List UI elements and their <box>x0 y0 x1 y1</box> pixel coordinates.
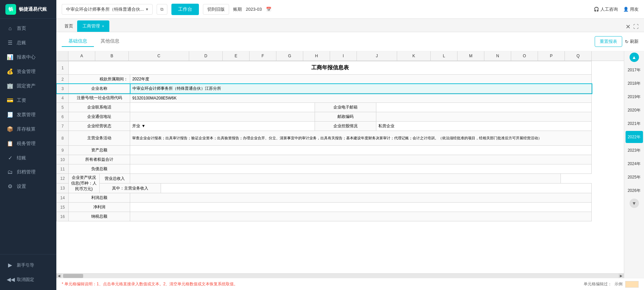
nav-label: 发票管理 <box>17 112 36 118</box>
row-number: 1 <box>57 61 69 75</box>
sidebar-item-结账[interactable]: ✓结账 <box>0 151 56 165</box>
year-item-2022年[interactable]: 2022年 <box>626 131 643 143</box>
cell-label: 企业通信地址 <box>69 112 130 122</box>
sidebar-item-税务管理[interactable]: 📋税务管理 <box>0 136 56 151</box>
refresh-label: 刷新 <box>630 39 639 45</box>
footer-item-新手引导[interactable]: ▶新手引导 <box>0 258 56 272</box>
calendar-icon[interactable]: 📅 <box>266 7 271 12</box>
sidebar-item-报表中心[interactable]: 📊报表中心 <box>0 50 56 64</box>
cell-label: 所有者权益合计 <box>69 155 130 164</box>
copy-button[interactable]: ⧉ <box>157 4 167 15</box>
nav-icon: ⚙ <box>7 183 13 190</box>
cell-value[interactable]: 审查企业会计报表；出具审计报告；验证企业资本；出具验资报告；办理企业合开、分立、… <box>130 131 592 146</box>
sample-label: 示例 <box>614 281 623 287</box>
cell-label: 利润总额 <box>69 193 130 203</box>
year-item-2019年[interactable]: 2019年 <box>626 91 643 103</box>
sidebar-item-归档管理[interactable]: 🗂归档管理 <box>0 165 56 179</box>
cell-value[interactable] <box>130 103 315 112</box>
col-header-row: ABCDEFGHIJKLMNOPQ <box>56 51 624 61</box>
cell-label: 资产总额 <box>69 146 130 155</box>
sidebar-item-资金管理[interactable]: 💰资金管理 <box>0 64 56 79</box>
row-number: 11 <box>57 164 69 174</box>
sidebar-item-首页[interactable]: ⌂首页 <box>0 21 56 35</box>
cell-value[interactable] <box>130 174 561 184</box>
year-item-2023年[interactable]: 2023年 <box>626 144 643 156</box>
active-tab[interactable]: 工商管理 × <box>77 20 109 32</box>
cell-value[interactable] <box>130 164 592 174</box>
col-header-H: H <box>303 51 330 61</box>
year-sidebar: ▲2017年2018年2019年2020年2021年2022年2023年2024… <box>624 51 644 278</box>
nav-icon: 💰 <box>7 68 13 75</box>
cell-value[interactable] <box>130 193 592 203</box>
table-scroll[interactable]: 1工商年报信息表2税款所属期间：2022年度3企业名称中审众环会计师事务所（特殊… <box>56 61 624 273</box>
nav-label: 归档管理 <box>17 169 36 175</box>
expand-window-icon[interactable]: ⛶ <box>633 24 639 30</box>
cell-value[interactable]: 开业 ▼ <box>130 122 315 131</box>
year-item-2026年[interactable]: 2026年 <box>626 185 643 197</box>
h-scroll-right-btn[interactable]: ▶ <box>619 274 624 278</box>
table-row: 5企业联系电话企业电子邮箱 <box>57 103 592 112</box>
main-content: 中审众环会计师事务所（特殊普通合伙... ▾ ⧉ 工作台 切到旧版 账期 202… <box>56 0 644 290</box>
page-content: 基础信息其他信息 重置报表 ↻ 刷新 ABCDEFGHIJKLMNOPQ 1工商… <box>56 32 644 290</box>
table-row: 14利润总额 <box>57 193 592 203</box>
nav-label: 固定资产 <box>17 83 36 89</box>
year-item-2017年[interactable]: 2017年 <box>626 64 643 76</box>
year-item-2018年[interactable]: 2018年 <box>626 77 643 89</box>
cell-right-value[interactable] <box>376 112 592 122</box>
h-scroll-track[interactable] <box>62 274 619 278</box>
cell-value[interactable] <box>130 155 592 164</box>
year-item-2024年[interactable]: 2024年 <box>626 158 643 170</box>
h-scroll-thumb[interactable] <box>63 274 83 278</box>
footer-item-取消固定[interactable]: ◀◀取消固定 <box>0 272 56 287</box>
page-header: 基础信息其他信息 重置报表 ↻ 刷新 <box>56 32 644 51</box>
refresh-button[interactable]: ↻ 刷新 <box>625 39 639 45</box>
year-item-2021年[interactable]: 2021年 <box>626 118 643 130</box>
switch-version-button[interactable]: 切到旧版 <box>203 4 229 15</box>
cell-label[interactable]: 企业名称 <box>69 84 130 93</box>
cell-right-value[interactable] <box>376 103 592 112</box>
home-tab[interactable]: 首页 <box>62 20 76 32</box>
nav-label: 库存核算 <box>17 126 36 132</box>
cell-value[interactable]: 91320100MA208E5W6K <box>130 93 592 103</box>
year-item-2020年[interactable]: 2020年 <box>626 104 643 116</box>
user-button[interactable]: 👤 用友 <box>623 6 639 12</box>
cell-value[interactable]: 2022年度 <box>130 75 592 84</box>
cell-value[interactable] <box>130 212 592 221</box>
workbench-button[interactable]: 工作台 <box>171 4 199 15</box>
sidebar-item-库存核算[interactable]: 📦库存核算 <box>0 122 56 136</box>
year-nav-down-button[interactable]: ▼ <box>630 199 639 208</box>
year-nav-up-button[interactable]: ▲ <box>630 53 639 62</box>
consult-button[interactable]: 🎧 人工咨询 <box>594 6 618 12</box>
cell-value[interactable] <box>130 146 592 155</box>
h-scrollbar[interactable]: ◀ ▶ <box>56 273 624 278</box>
cell-value[interactable]: 中审众环会计师事务所（特殊普通合伙）江苏分所 <box>130 84 592 93</box>
cell-value[interactable] <box>161 184 592 193</box>
table-row: 15净利润 <box>57 203 592 212</box>
sub-tab-基础信息[interactable]: 基础信息 <box>62 36 94 47</box>
logo-text: 畅捷通易代账 <box>19 6 47 12</box>
col-header-D: D <box>189 51 223 61</box>
close-window-icon[interactable]: ✕ <box>626 23 631 30</box>
tab-close-button[interactable]: × <box>102 24 104 28</box>
nav-icon: ⌂ <box>7 25 13 31</box>
sample-cell <box>625 281 639 288</box>
cell-label: 企业联系电话 <box>69 103 130 112</box>
year-item-2025年[interactable]: 2025年 <box>626 171 643 183</box>
h-scroll-left-btn[interactable]: ◀ <box>56 274 62 278</box>
sidebar-item-固定资产[interactable]: 🏢固定资产 <box>0 79 56 93</box>
col-header-Q: Q <box>565 51 592 61</box>
sidebar-item-设置[interactable]: ⚙设置 <box>0 179 56 194</box>
cell-value[interactable] <box>130 112 315 122</box>
cell-right-value[interactable]: 私营企业 <box>376 122 592 131</box>
nav-icon: 🗂 <box>7 169 13 175</box>
cell-value[interactable] <box>130 203 592 212</box>
sidebar-item-工资[interactable]: 💳工资 <box>0 93 56 107</box>
sidebar-item-总账[interactable]: ☰总账 <box>0 35 56 50</box>
cell-label: 负债总额 <box>69 164 130 174</box>
sub-tab-其他信息[interactable]: 其他信息 <box>94 36 126 47</box>
company-select[interactable]: 中审众环会计师事务所（特殊普通合伙... ▾ <box>62 4 153 15</box>
row-number: 10 <box>57 155 69 164</box>
nav-icon: 📊 <box>7 54 13 60</box>
sidebar-item-发票管理[interactable]: 🧾发票管理 <box>0 107 56 122</box>
reset-button[interactable]: 重置报表 <box>595 36 622 47</box>
